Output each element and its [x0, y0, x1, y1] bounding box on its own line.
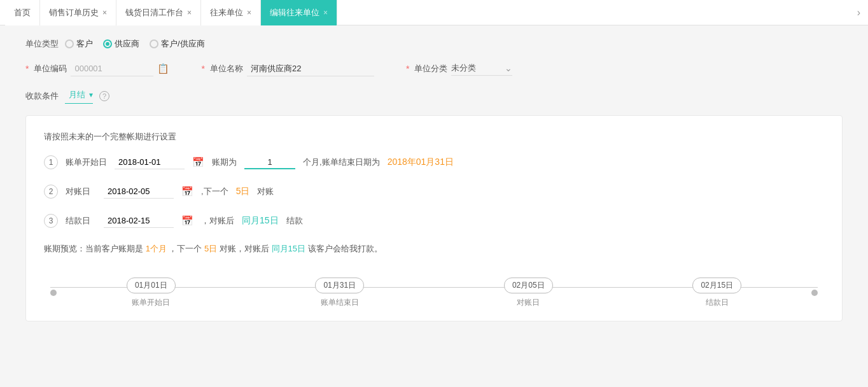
close-edit-unit[interactable]: ×: [323, 8, 328, 17]
row2-desc2: 对账: [257, 186, 274, 197]
name-required-star: *: [201, 64, 204, 74]
start-date-input[interactable]: [115, 155, 185, 169]
unit-type-row: 单位类型 客户 供应商 客户/供应商: [25, 38, 843, 50]
unit-category-group: * 单位分类 未分类 ⌄: [406, 62, 512, 76]
unit-name-input[interactable]: [247, 61, 374, 76]
payment-terms-row: 收款条件 月结 ▾ ?: [25, 88, 843, 104]
preview-reconcile-day: 5日: [204, 244, 217, 253]
tl-label-2: 账单结束日: [321, 297, 359, 308]
row-num-1: 1: [44, 155, 58, 169]
row3-desc2: 结款: [286, 215, 303, 227]
close-contact-unit[interactable]: ×: [247, 8, 251, 17]
settings-card: 请按照未来的一个完整帐期进行设置 1 账单开始日 📅 账期为 个月,账单结束日期…: [25, 115, 843, 321]
unit-fields-row: * 单位编码 📋 * 单位名称 * 单位分类 未分类 ⌄: [25, 61, 843, 76]
tl-node-4: 02月15日 结款日: [692, 278, 741, 308]
preview-sep2: 对账，对账后: [220, 244, 269, 253]
preview-months: 1个月: [146, 244, 167, 253]
reconcile-date-input[interactable]: [104, 185, 174, 199]
timeline-start-dot: [50, 290, 57, 296]
unit-name-label: 单位名称: [210, 63, 243, 74]
row-label-3: 结款日: [66, 215, 96, 227]
unit-code-label: 单位编码: [34, 63, 67, 74]
unit-category-dropdown[interactable]: 未分类 ⌄: [451, 62, 512, 76]
radio-both-circle: [150, 39, 158, 48]
unit-code-input[interactable]: [71, 61, 153, 76]
page-content: 单位类型 客户 供应商 客户/供应商 * 单位编码 📋 * 单位名称: [0, 25, 868, 387]
code-required-star: *: [25, 64, 29, 74]
row-num-2: 2: [44, 185, 58, 199]
row1-desc-after: 个月,账单结束日期为: [303, 157, 380, 168]
row-num-3: 3: [44, 214, 58, 228]
row3-desc1: ，对账后: [201, 215, 234, 227]
row-label-2: 对账日: [66, 186, 96, 197]
tab-cash-work[interactable]: 钱货日清工作台 ×: [116, 0, 201, 25]
payment-terms-label: 收款条件: [25, 90, 59, 102]
tl-bubble-2: 01月31日: [315, 278, 364, 293]
tab-edit-unit[interactable]: 编辑往来单位 ×: [261, 0, 337, 25]
unit-name-group: * 单位名称: [201, 61, 374, 76]
row3-day-highlight: 同月15日: [242, 215, 279, 227]
timeline-end-dot: [811, 290, 818, 296]
help-icon[interactable]: ?: [99, 91, 109, 101]
preview-sep1: ，下一个: [169, 244, 202, 253]
card-title: 请按照未来的一个完整帐期进行设置: [44, 131, 824, 143]
tab-sales-history[interactable]: 销售订单历史 ×: [40, 0, 116, 25]
tl-label-4: 结款日: [706, 297, 729, 308]
payment-terms-select[interactable]: 月结 ▾: [65, 88, 93, 104]
card-row-2: 2 对账日 📅 ,下一个 5日 对账: [44, 185, 824, 199]
tab-contact-unit[interactable]: 往来单位 ×: [201, 0, 261, 25]
radio-customer-circle: [65, 39, 74, 48]
radio-supplier-circle: [103, 39, 112, 48]
tab-home[interactable]: 首页: [5, 0, 40, 25]
unit-code-copy-icon[interactable]: 📋: [157, 63, 169, 74]
tab-arrow[interactable]: ›: [850, 7, 868, 18]
preview-payment-day: 同月15日: [272, 244, 305, 253]
tl-node-2: 01月31日 账单结束日: [315, 278, 364, 308]
row2-day-highlight: 5日: [236, 186, 250, 197]
timeline-nodes: 01月01日 账单开始日 01月31日 账单结束日 02月05日 对账日 02月…: [57, 278, 811, 308]
tl-label-3: 对账日: [517, 297, 540, 308]
category-dropdown-icon: ⌄: [505, 63, 512, 73]
tl-bubble-1: 01月01日: [127, 278, 176, 293]
radio-supplier[interactable]: 供应商: [103, 38, 139, 50]
category-required-star: *: [406, 64, 409, 74]
reconcile-date-calendar-icon[interactable]: 📅: [181, 186, 193, 197]
tabs-bar: 首页 销售订单历史 × 钱货日清工作台 × 往来单位 × 编辑往来单位 × ›: [0, 0, 868, 25]
payment-date-input[interactable]: [104, 214, 174, 228]
row1-end-date: 2018年01月31日: [388, 157, 454, 168]
radio-group: 客户 供应商 客户/供应商: [65, 38, 205, 50]
card-row-3: 3 结款日 📅 ，对账后 同月15日 结款: [44, 214, 824, 228]
preview-text: 账期预览：当前客户账期是 1个月 ，下一个 5日 对账，对账后 同月15日 该客…: [44, 243, 824, 265]
row-label-1: 账单开始日: [66, 157, 107, 168]
preview-suffix: 该客户会给我打款。: [308, 244, 382, 253]
tl-node-3: 02月05日 对账日: [504, 278, 553, 308]
start-date-calendar-icon[interactable]: 📅: [192, 157, 204, 168]
unit-type-label: 单位类型: [25, 38, 59, 50]
tl-bubble-3: 02月05日: [504, 278, 553, 293]
unit-category-value: 未分类: [451, 62, 502, 74]
close-sales-history[interactable]: ×: [102, 8, 107, 17]
close-cash-work[interactable]: ×: [187, 8, 192, 17]
row2-desc1: ,下一个: [201, 186, 228, 197]
payment-date-calendar-icon[interactable]: 📅: [181, 215, 193, 227]
unit-category-label: 单位分类: [414, 63, 447, 74]
tl-bubble-4: 02月15日: [692, 278, 741, 293]
timeline-section: 01月01日 账单开始日 01月31日 账单结束日 02月05日 对账日 02月…: [44, 278, 824, 308]
unit-code-group: * 单位编码 📋: [25, 61, 169, 76]
payment-terms-arrow: ▾: [89, 90, 93, 99]
period-months-input[interactable]: [244, 156, 295, 169]
tl-label-1: 账单开始日: [132, 297, 170, 308]
radio-customer[interactable]: 客户: [65, 38, 93, 50]
tl-node-1: 01月01日 账单开始日: [127, 278, 176, 308]
preview-label: 账期预览：当前客户账期是: [44, 244, 143, 253]
radio-both[interactable]: 客户/供应商: [150, 38, 205, 50]
card-row-1: 1 账单开始日 📅 账期为 个月,账单结束日期为 2018年01月31日: [44, 155, 824, 169]
payment-terms-value: 月结: [65, 88, 89, 102]
row1-desc-before: 账期为: [212, 157, 237, 168]
